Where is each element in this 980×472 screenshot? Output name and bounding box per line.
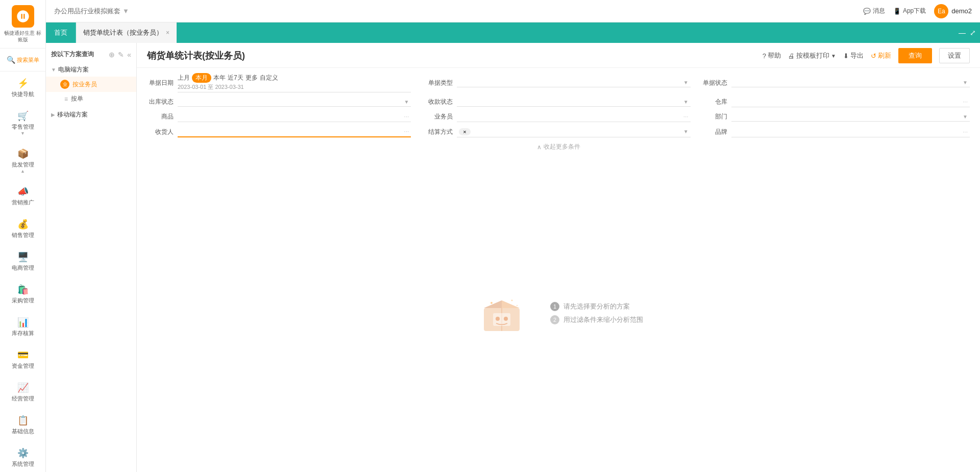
- retail-icon: 🛒: [17, 110, 29, 122]
- user-menu[interactable]: Ea demo2: [934, 4, 972, 18]
- payment-clear-tag: ×: [459, 128, 470, 135]
- panel-section-mobile-header[interactable]: ▶ 移动端方案: [46, 108, 136, 122]
- sidebar-item-ecommerce[interactable]: 🖥️ 电商管理: [0, 245, 45, 278]
- date-last-month-btn[interactable]: 上月: [178, 74, 190, 82]
- hint-number-1: 1: [550, 302, 559, 311]
- collapse-button[interactable]: ∧ 收起更多条件: [537, 143, 580, 151]
- sidebar-item-finance[interactable]: 💳 资金管理: [0, 343, 45, 376]
- receipt-status-field[interactable]: ▼: [457, 98, 690, 107]
- date-this-month-btn[interactable]: 本月: [192, 73, 211, 83]
- doc-type-label: 单据类型: [426, 79, 457, 87]
- ecommerce-icon: 🖥️: [17, 251, 29, 263]
- export-icon: ⬇: [843, 52, 849, 60]
- sidebar-item-basic[interactable]: 📋 基础信息: [0, 409, 45, 441]
- filter-brand-item: 品牌 ···: [696, 126, 970, 137]
- svg-point-4: [517, 305, 518, 306]
- help-button[interactable]: ? 帮助: [763, 51, 781, 60]
- brand-label: 品牌: [701, 128, 731, 136]
- search-menu-label[interactable]: 🔍 搜索菜单: [4, 53, 41, 67]
- filter-row-4: 收货人 ··· 结算方式 ×: [147, 126, 970, 137]
- panel-section-mobile: ▶ 移动端方案: [46, 107, 136, 123]
- consignee-field[interactable]: ···: [178, 126, 411, 137]
- date-this-year-btn[interactable]: 本年: [213, 74, 226, 82]
- svg-point-3: [511, 300, 513, 301]
- sidebar-item-purchase[interactable]: 🛍️ 采购管理: [0, 278, 45, 311]
- svg-point-7: [504, 317, 508, 321]
- date-range: 2023-03-01 至 2023-03-31: [178, 83, 411, 91]
- panel-item-by-salesman[interactable]: 业 按业务员: [46, 77, 136, 92]
- goods-field[interactable]: ···: [178, 111, 411, 122]
- payment-tag-close[interactable]: ×: [463, 129, 466, 135]
- date-custom-btn[interactable]: 自定义: [260, 74, 278, 82]
- print-button[interactable]: 🖨 按模板打印 ▼: [788, 51, 836, 60]
- phone-icon: 📱: [893, 8, 901, 15]
- panel-item-by-order[interactable]: ≡ 按单: [46, 92, 136, 106]
- sidebar-search[interactable]: 🔍 搜索菜单: [0, 49, 45, 72]
- topbar-dropdown-icon[interactable]: ▼: [122, 7, 129, 15]
- topbar-title: 办公用品行业模拟账套 ▼: [54, 7, 129, 16]
- sidebar-item-ops[interactable]: 📈 经营管理: [0, 376, 45, 409]
- tab-close-button[interactable]: ×: [166, 29, 169, 36]
- warehouse-field[interactable]: ···: [731, 97, 970, 107]
- empty-hints: 1 请先选择要分析的方案 2 用过滤条件来缩小分析范围: [550, 302, 643, 324]
- sidebar-item-system[interactable]: ⚙️ 系统管理: [0, 441, 45, 472]
- panel-section-desktop-header[interactable]: ▼ 电脑端方案: [46, 63, 136, 77]
- query-button[interactable]: 查询: [898, 48, 932, 63]
- tabbar: 首页 销货单统计表（按业务员） × — ⤢: [46, 22, 980, 43]
- empty-content: 1 请先选择要分析的方案 2 用过滤条件来缩小分析范围: [474, 290, 643, 336]
- doc-type-field[interactable]: ▼: [457, 78, 690, 87]
- dept-field[interactable]: ▼: [731, 112, 970, 122]
- app-logo: 畅捷通好生意 标账版: [0, 0, 45, 49]
- sidebar-item-inventory[interactable]: 📊 库存核算: [0, 311, 45, 343]
- filter-salesman-item: 业务员 ···: [421, 111, 695, 122]
- sidebar-item-retail[interactable]: 🛒 零售管理 ▼: [0, 104, 45, 142]
- salesman-scheme-icon: 业: [60, 80, 69, 89]
- goods-label: 商品: [147, 112, 178, 121]
- empty-illustration: [474, 290, 530, 336]
- payment-label: 结算方式: [426, 128, 457, 136]
- filter-doc-type-item: 单据类型 ▼: [421, 73, 695, 92]
- doc-type-arrow: ▼: [683, 80, 689, 85]
- filter-row-1: 单据日期 上月 本月 本年 近7天 更多 自定义 2023-03-01 至 20…: [147, 73, 970, 92]
- date-more-btn[interactable]: 更多: [246, 74, 258, 82]
- doc-status-field[interactable]: ▼: [731, 78, 970, 87]
- order-scheme-icon: ≡: [64, 96, 68, 103]
- topbar: 办公用品行业模拟账套 ▼ 💬 消息 📱 App下载 Ea demo2: [46, 0, 980, 22]
- topbar-right: 💬 消息 📱 App下载 Ea demo2: [863, 4, 972, 18]
- page-actions: ? 帮助 🖨 按模板打印 ▼ ⬇ 导出 ↺ 刷新: [763, 48, 970, 63]
- settings-button[interactable]: 设置: [939, 48, 970, 63]
- salesman-field[interactable]: ···: [457, 111, 690, 122]
- export-button[interactable]: ⬇ 导出: [843, 51, 864, 60]
- refresh-button[interactable]: ↺ 刷新: [871, 51, 891, 60]
- print-icon: 🖨: [788, 52, 795, 60]
- brand-field[interactable]: ···: [731, 127, 970, 137]
- panel-add-icon[interactable]: ⊕: [109, 51, 115, 59]
- svg-point-2: [491, 302, 493, 304]
- content-area: 按以下方案查询 ⊕ ✎ « ▼ 电脑端方案 业 按业务员 ≡ 按单: [46, 43, 980, 472]
- date-7days-btn[interactable]: 近7天: [228, 74, 243, 82]
- tab-home[interactable]: 首页: [46, 22, 76, 43]
- sidebar: 畅捷通好生意 标账版 🔍 搜索菜单 ⚡ 快捷导航 🛒 零售管理 ▼ 📦 批发管理…: [0, 0, 46, 472]
- filter-date-item: 单据日期 上月 本月 本年 近7天 更多 自定义 2023-03-01 至 20…: [147, 73, 421, 92]
- consignee-dots: ···: [404, 128, 409, 135]
- filter-doc-status-item: 单据状态 ▼: [696, 73, 970, 92]
- tab-active[interactable]: 销货单统计表（按业务员） ×: [76, 22, 177, 43]
- panel-edit-icon[interactable]: ✎: [118, 51, 124, 59]
- tab-minimize-button[interactable]: —: [959, 29, 966, 37]
- tab-maximize-button[interactable]: ⤢: [970, 29, 976, 37]
- ops-icon: 📈: [17, 382, 29, 393]
- filter-section: 单据日期 上月 本月 本年 近7天 更多 自定义 2023-03-01 至 20…: [137, 68, 980, 154]
- panel-header-icons: ⊕ ✎ «: [109, 51, 131, 59]
- sidebar-item-marketing[interactable]: 📣 营销推广: [0, 180, 45, 213]
- panel-collapse-icon[interactable]: «: [127, 51, 131, 59]
- filter-out-status-item: 出库状态 ▼: [147, 97, 421, 107]
- marketing-icon: 📣: [17, 186, 29, 197]
- sidebar-item-wholesale[interactable]: 📦 批发管理 ▲: [0, 142, 45, 180]
- app-download-button[interactable]: 📱 App下载: [893, 7, 926, 15]
- payment-field[interactable]: × ▼: [457, 127, 690, 137]
- refresh-icon: ↺: [871, 52, 876, 60]
- sidebar-item-quick-nav[interactable]: ⚡ 快捷导航: [0, 72, 45, 104]
- out-status-field[interactable]: ▼: [178, 98, 411, 107]
- sidebar-item-sales[interactable]: 💰 销售管理: [0, 213, 45, 245]
- message-button[interactable]: 💬 消息: [863, 7, 885, 15]
